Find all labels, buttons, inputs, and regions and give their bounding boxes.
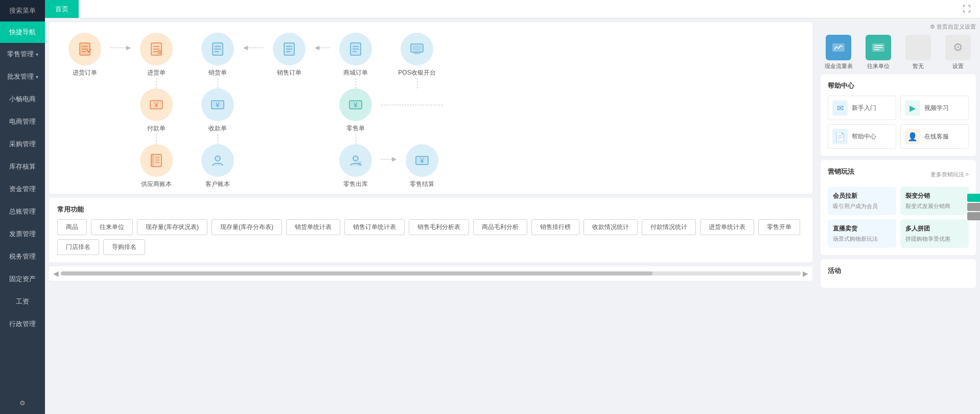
svg-rect-25 bbox=[412, 45, 422, 51]
chevron-down-icon: ▾ bbox=[36, 52, 38, 57]
float-btn-desktop[interactable]: 桌面快捷 bbox=[967, 212, 980, 220]
wf-node-purchase[interactable]: 进货单 bbox=[131, 33, 182, 77]
tab-bar-right: ⛶ bbox=[959, 0, 980, 18]
func-btn-product[interactable]: 商品 bbox=[57, 219, 87, 235]
sidebar-item-assets[interactable]: 固定资产 bbox=[0, 268, 45, 290]
marketing-item-member[interactable]: 会员拉新 吸引用户成为会员 bbox=[828, 187, 896, 215]
float-btn-service[interactable]: 客服热线 bbox=[967, 194, 980, 202]
svg-text:¥: ¥ bbox=[154, 101, 158, 109]
float-btn-community[interactable]: 服务社区 bbox=[967, 203, 980, 211]
scroll-track[interactable] bbox=[61, 271, 801, 275]
func-btn-product-profit[interactable]: 商品毛利分析 bbox=[473, 219, 527, 235]
help-item-video[interactable]: ▶ 视频学习 bbox=[900, 96, 969, 120]
scroll-thumb bbox=[61, 271, 652, 275]
shortcut-label: 往来单位 bbox=[867, 62, 890, 70]
svg-rect-42 bbox=[832, 43, 845, 52]
sidebar-item-purchase[interactable]: 采购管理 bbox=[0, 133, 45, 155]
customer-book-icon bbox=[201, 144, 234, 177]
func-btn-sales-stat[interactable]: 销货单统计表 bbox=[286, 219, 340, 235]
sidebar-settings[interactable]: ⚙ bbox=[0, 392, 45, 414]
help-item-label: 帮助中心 bbox=[852, 132, 876, 141]
marketing-item-desc: 吸引用户成为会员 bbox=[833, 202, 891, 210]
shortcut-settings[interactable]: ⚙ 设置 bbox=[940, 35, 976, 70]
sidebar-item-wholesale[interactable]: 批发管理 ▾ bbox=[0, 65, 45, 88]
func-btn-receipt-stat[interactable]: 收款情况统计 bbox=[584, 219, 638, 235]
sidebar-item-tax[interactable]: 税务管理 bbox=[0, 245, 45, 268]
marketing-item-title: 会员拉新 bbox=[833, 192, 891, 200]
wf-label: 零售单 bbox=[346, 124, 365, 133]
help-item-beginner[interactable]: ✉ 新手入门 bbox=[828, 96, 896, 120]
func-btn-retail-order[interactable]: 零售开单 bbox=[758, 219, 800, 235]
func-btn-sales-rank[interactable]: 销售排行榜 bbox=[531, 219, 579, 235]
marketing-item-desc: 拼团购物享受优惠 bbox=[905, 235, 964, 243]
scroll-left-arrow[interactable]: ◀ bbox=[53, 269, 59, 278]
wf-label: 进货单 bbox=[147, 68, 166, 77]
wf-node-receipt[interactable]: ¥ 收款单 bbox=[192, 88, 243, 133]
sidebar-item-ledger[interactable]: 总账管理 bbox=[0, 200, 45, 223]
shortcut-contacts[interactable]: 往来单位 bbox=[860, 35, 896, 70]
customize-settings-link[interactable]: ⚙ 首页自定义设置 bbox=[930, 24, 976, 30]
sidebar-quick-nav[interactable]: 快捷导航 bbox=[0, 21, 45, 43]
sidebar-item-finance[interactable]: 资金管理 bbox=[0, 178, 45, 200]
wf-node-mall-order[interactable]: 商城订单 bbox=[330, 33, 381, 77]
sidebar-item-payroll[interactable]: 工资 bbox=[0, 290, 45, 313]
play-icon: ▶ bbox=[905, 100, 920, 116]
fullscreen-button[interactable]: ⛶ bbox=[959, 5, 975, 14]
marketing-item-fission[interactable]: 裂变分销 裂变式发展分销商 bbox=[900, 187, 969, 215]
wf-label: 销货单 bbox=[208, 68, 227, 77]
activity-section: 活动 bbox=[821, 259, 976, 288]
shortcut-none[interactable]: 暂无 bbox=[900, 35, 936, 70]
sidebar-item-retail[interactable]: 零售管理 ▾ bbox=[0, 43, 45, 65]
wf-label: 零售结算 bbox=[410, 180, 434, 189]
svg-point-37 bbox=[215, 156, 220, 161]
marketing-item-live[interactable]: 直播卖货 场景式购物新玩法 bbox=[828, 219, 896, 248]
func-btn-profit-analysis[interactable]: 销售毛利分析表 bbox=[409, 219, 469, 235]
func-btn-payment-stat[interactable]: 付款情况统计 bbox=[642, 219, 696, 235]
wf-label: POS收银开台 bbox=[398, 68, 435, 77]
func-btn-inventory1[interactable]: 现存量(库存状况表) bbox=[137, 219, 207, 235]
func-btn-contact[interactable]: 往来单位 bbox=[91, 219, 133, 235]
chevron-down-icon: ▾ bbox=[36, 74, 38, 80]
gear-icon: ⚙ bbox=[930, 24, 935, 30]
sidebar-item-admin[interactable]: 行政管理 bbox=[0, 313, 45, 335]
help-item-service[interactable]: 👤 在线客服 bbox=[900, 124, 969, 149]
svg-rect-23 bbox=[414, 53, 420, 54]
help-center-card: 帮助中心 ✉ 新手入门 ▶ 视频学习 📄 帮助中心 👤 bbox=[821, 74, 976, 156]
wf-node-pos[interactable]: POS收银开台 bbox=[391, 33, 442, 77]
wf-node-customer-book[interactable]: 客户账本 bbox=[192, 144, 243, 189]
right-panel: ⚙ 首页自定义设置 现金流量表 bbox=[816, 18, 980, 414]
func-btn-guide-rank[interactable]: 导购排名 bbox=[103, 239, 145, 255]
shortcuts-grid: 现金流量表 往来单位 暂无 bbox=[821, 35, 976, 70]
left-panel: 进货订单 ▶ bbox=[45, 18, 816, 414]
wf-node-sales[interactable]: 销货单 bbox=[192, 33, 243, 77]
marketing-card: 营销玩法 更多营销玩法 > 会员拉新 吸引用户成为会员 裂变分销 裂变式发展分销… bbox=[821, 160, 976, 255]
sidebar-item-invoice[interactable]: 发票管理 bbox=[0, 223, 45, 245]
retail-icon: ¥ bbox=[339, 88, 372, 121]
sidebar: 搜索菜单 快捷导航 零售管理 ▾ 批发管理 ▾ 小畅电商 电商管理 采购管理 库… bbox=[0, 0, 45, 414]
sidebar-item-inventory[interactable]: 库存核算 bbox=[0, 155, 45, 178]
wf-node-sales-order[interactable]: 销售订单 bbox=[264, 33, 315, 77]
mail-icon: ✉ bbox=[832, 100, 848, 116]
marketing-more-link[interactable]: 更多营销玩法 > bbox=[930, 171, 969, 178]
wf-label: 客户账本 bbox=[205, 180, 230, 189]
wf-node-retail-settle[interactable]: ¥ 零售结算 bbox=[396, 144, 448, 189]
func-btn-store-rank[interactable]: 门店排名 bbox=[57, 239, 99, 255]
wf-node-purchase-order[interactable]: 进货订单 bbox=[59, 33, 110, 77]
wf-node-retail[interactable]: ¥ 零售单 bbox=[330, 88, 381, 133]
scroll-right-arrow[interactable]: ▶ bbox=[803, 269, 808, 278]
sidebar-item-ecom-mgmt[interactable]: 电商管理 bbox=[0, 110, 45, 133]
tab-home[interactable]: 首页 bbox=[45, 0, 79, 18]
wf-node-retail-out[interactable]: 零售出库 bbox=[330, 144, 381, 189]
activity-title: 活动 bbox=[828, 266, 969, 275]
func-btn-sales-order-stat[interactable]: 销售订单统计表 bbox=[344, 219, 405, 235]
sidebar-search[interactable]: 搜索菜单 bbox=[0, 0, 45, 21]
wf-node-supplier-book[interactable]: 供应商账本 bbox=[131, 144, 182, 189]
shortcut-cashflow[interactable]: 现金流量表 bbox=[821, 35, 856, 70]
marketing-item-group[interactable]: 多人拼团 拼团购物享受优惠 bbox=[900, 219, 969, 248]
sidebar-item-ecom-small[interactable]: 小畅电商 bbox=[0, 88, 45, 110]
help-item-help[interactable]: 📄 帮助中心 bbox=[828, 124, 896, 149]
wf-node-payment[interactable]: ¥ 付款单 bbox=[131, 88, 182, 133]
func-btn-purchase-stat[interactable]: 进货单统计表 bbox=[700, 219, 754, 235]
func-btn-inventory2[interactable]: 现存量(库存分布表) bbox=[212, 219, 282, 235]
marketing-item-title: 裂变分销 bbox=[905, 192, 964, 200]
